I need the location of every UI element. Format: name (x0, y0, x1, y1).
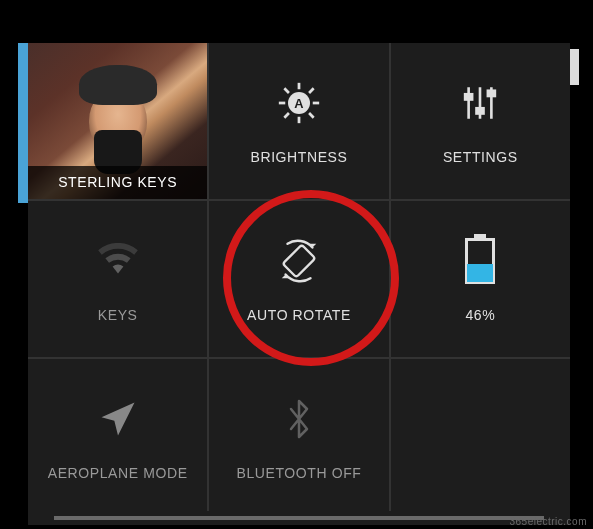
wifi-icon (96, 235, 140, 287)
bluetooth-icon (280, 393, 318, 445)
wifi-tile[interactable]: KEYS (28, 201, 207, 357)
svg-line-7 (284, 113, 289, 118)
battery-tile[interactable]: 46% (391, 201, 570, 357)
background-sliver-right (569, 49, 579, 85)
airplane-mode-tile[interactable]: AEROPLANE MODE (28, 359, 207, 515)
brightness-label: BRIGHTNESS (250, 149, 347, 165)
svg-rect-13 (465, 94, 472, 99)
watermark: 365electric.com (509, 516, 587, 527)
svg-rect-14 (477, 108, 484, 113)
brightness-tile[interactable]: A BRIGHTNESS (209, 43, 388, 199)
sliders-icon (459, 77, 501, 129)
bluetooth-tile[interactable]: BLUETOOTH OFF (209, 359, 388, 515)
background-sliver-left (18, 43, 28, 203)
quick-settings-grid: STERLING KEYS A BRIGHTNESS SETTINGS KEYS (28, 43, 570, 511)
auto-rotate-tile[interactable]: AUTO ROTATE (209, 201, 388, 357)
svg-line-5 (284, 88, 289, 93)
brightness-slider-area (28, 511, 570, 525)
settings-label: SETTINGS (443, 149, 518, 165)
panel-handle[interactable] (54, 516, 544, 520)
svg-text:A: A (294, 96, 303, 111)
svg-line-8 (309, 88, 314, 93)
airplane-icon (96, 393, 140, 445)
bluetooth-label: BLUETOOTH OFF (236, 465, 361, 481)
auto-rotate-icon (276, 235, 322, 287)
svg-rect-16 (283, 245, 316, 278)
battery-icon (465, 235, 495, 287)
airplane-label: AEROPLANE MODE (48, 465, 188, 481)
profile-name: STERLING KEYS (28, 166, 207, 199)
profile-tile[interactable]: STERLING KEYS (28, 43, 207, 199)
quick-settings-panel: STERLING KEYS A BRIGHTNESS SETTINGS KEYS (28, 43, 570, 511)
empty-tile (391, 359, 570, 515)
svg-rect-15 (488, 91, 495, 96)
settings-tile[interactable]: SETTINGS (391, 43, 570, 199)
svg-line-6 (309, 113, 314, 118)
auto-rotate-label: AUTO ROTATE (247, 307, 351, 323)
brightness-auto-icon: A (277, 77, 321, 129)
battery-label: 46% (465, 307, 495, 323)
status-bar (0, 0, 593, 43)
wifi-label: KEYS (98, 307, 138, 323)
